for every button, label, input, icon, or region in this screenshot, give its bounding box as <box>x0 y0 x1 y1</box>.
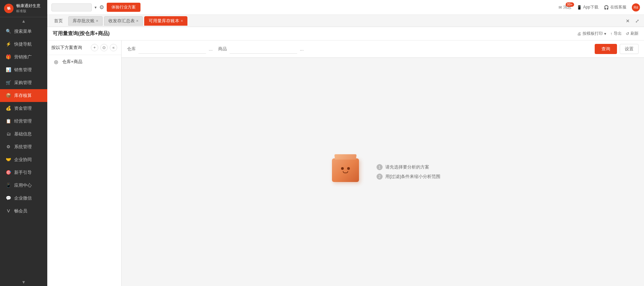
sidebar-item-企业微信[interactable]: 💬企业微信 <box>0 192 47 205</box>
sidebar-label-新手引导: 新手引导 <box>14 170 32 176</box>
sidebar: 畅 畅康通好生意 标准版 ▲ 🔍搜索菜单⚡快捷导航🎁营销推广📊销售管理🛒采购管理… <box>0 0 47 286</box>
phone-icon: 📱 <box>577 5 582 10</box>
sidebar-item-资金管理[interactable]: 💰资金管理 <box>0 102 47 115</box>
message-icon: ✉ <box>559 5 562 10</box>
sidebar-item-应用中心[interactable]: 📱应用中心 <box>0 179 47 192</box>
filter-header-icons: + ⊙ « <box>91 44 117 51</box>
warehouse-input[interactable] <box>138 44 206 54</box>
topbar-search-input[interactable] <box>51 3 92 11</box>
topbar-customer-service-btn[interactable]: 🎧 在线客服 <box>604 4 626 10</box>
sidebar-icon-经营管理: 📋 <box>5 118 11 124</box>
empty-illustration <box>325 152 366 192</box>
sidebar-icon-营销推广: 🎁 <box>5 54 11 60</box>
tab-close-window-btn[interactable]: ✕ <box>624 18 632 24</box>
filter-item-warehouse-product[interactable]: ◎ 仓库+商品 <box>47 55 121 69</box>
sidebar-label-畅会员: 畅会员 <box>14 208 27 214</box>
topbar-user[interactable]: Rit <box>632 3 640 11</box>
sidebar-brand: 畅康通好生意 标准版 <box>16 3 41 14</box>
empty-box-eyes <box>341 167 350 170</box>
sidebar-header: 畅 畅康通好生意 标准版 <box>0 0 47 17</box>
sidebar-icon-系统管理: ⚙ <box>5 144 11 150</box>
refresh-btn[interactable]: ↺ 刷新 <box>626 31 639 36</box>
topbar-message-btn[interactable]: ✉ 消息 99+ <box>559 4 571 10</box>
tabs-right-controls: ✕ ⤢ <box>624 18 641 24</box>
export-btn[interactable]: ↑ 导出 <box>610 31 622 36</box>
tab-maximize-btn[interactable]: ⤢ <box>633 18 641 24</box>
sidebar-icon-新手引导: 🎯 <box>5 170 11 176</box>
product-input[interactable] <box>230 44 297 54</box>
tab-home[interactable]: 首页 <box>50 16 67 26</box>
sidebar-scroll-up[interactable]: ▲ <box>0 17 47 25</box>
sidebar-item-采购管理[interactable]: 🛒采购管理 <box>0 76 47 89</box>
warehouse-field: 仓库 ... <box>127 44 213 54</box>
sidebar-item-搜索菜单[interactable]: 🔍搜索菜单 <box>0 25 47 38</box>
print-icon: 🖨 <box>577 31 581 36</box>
page-actions: 🖨 按模板打印 ▾ ↑ 导出 ↺ 刷新 <box>577 31 639 36</box>
product-field: 商品 ... <box>218 44 304 54</box>
search-button[interactable]: 查询 <box>595 44 617 54</box>
filter-header: 按以下方案查询 + ⊙ « <box>47 41 121 55</box>
user-avatar: Rit <box>632 3 640 11</box>
content-area: 按以下方案查询 + ⊙ « ◎ 仓库+商品 仓库 ... <box>47 41 644 286</box>
sidebar-item-系统管理[interactable]: ⚙系统管理 <box>0 140 47 153</box>
sidebar-icon-快捷导航: ⚡ <box>5 41 11 47</box>
sidebar-scroll-down[interactable]: ▼ <box>0 278 47 286</box>
sidebar-item-营销推广[interactable]: 🎁营销推广 <box>0 51 47 63</box>
print-dropdown-icon: ▾ <box>604 31 606 36</box>
topbar-app-download-btn[interactable]: 📱 App下载 <box>577 4 598 10</box>
filter-collapse-btn[interactable]: « <box>110 44 117 51</box>
hint-num-1: 1 <box>377 164 383 170</box>
sidebar-icon-资金管理: 💰 <box>5 105 11 111</box>
tab-close-receive-summary[interactable]: × <box>136 19 138 23</box>
empty-hint-text-1: 请先选择要分析的方案 <box>385 164 429 170</box>
print-template-btn[interactable]: 🖨 按模板打印 ▾ <box>577 31 606 36</box>
sidebar-label-采购管理: 采购管理 <box>14 80 32 86</box>
sidebar-item-销售管理[interactable]: 📊销售管理 <box>0 63 47 76</box>
warehouse-more-btn[interactable]: ... <box>209 46 213 52</box>
sidebar-item-基础信息[interactable]: 🗂基础信息 <box>0 128 47 140</box>
headset-icon: 🎧 <box>604 5 609 10</box>
filter-header-label: 按以下方案查询 <box>51 45 82 51</box>
sidebar-label-应用中心: 应用中心 <box>14 182 32 188</box>
filter-settings-btn[interactable]: ⊙ <box>100 44 108 51</box>
sidebar-label-企业微信: 企业微信 <box>14 195 32 201</box>
sidebar-logo: 畅 <box>4 4 14 13</box>
sidebar-item-畅会员[interactable]: V畅会员 <box>0 205 47 217</box>
tab-receive-summary[interactable]: 收发存汇总表 × <box>104 16 143 26</box>
page-title: 可用量查询(按仓库+商品) <box>53 30 110 37</box>
sidebar-item-经营管理[interactable]: 📋经营管理 <box>0 115 47 128</box>
empty-state: 1 请先选择要分析的方案 2 用[过滤]条件来缩小分析范围 <box>122 58 644 286</box>
topbar-industry-button[interactable]: 体验行业方案 <box>107 3 140 12</box>
sidebar-icon-企业微信: 💬 <box>5 195 11 201</box>
topbar-gear-icon[interactable]: ⚙ <box>99 4 104 10</box>
tabs-bar: 首页 库存批次账 × 收发存汇总表 × 可用量库存账本 × ✕ ⤢ <box>47 15 644 27</box>
filter-panel: 按以下方案查询 + ⊙ « ◎ 仓库+商品 <box>47 41 122 286</box>
sidebar-label-搜索菜单: 搜索菜单 <box>14 28 32 34</box>
sidebar-icon-库存核算: 📦 <box>5 93 11 99</box>
topbar-dropdown-icon[interactable]: ▾ <box>95 5 97 10</box>
page-header: 可用量查询(按仓库+商品) 🖨 按模板打印 ▾ ↑ 导出 ↺ 刷新 <box>47 27 644 41</box>
settings-button[interactable]: 设置 <box>620 44 639 54</box>
tab-close-available-quantity[interactable]: × <box>181 19 183 23</box>
filter-add-btn[interactable]: + <box>91 44 98 51</box>
topbar: ▾ ⚙ 体验行业方案 ✉ 消息 99+ 📱 App下载 🎧 在线客服 Rit <box>47 0 644 15</box>
sidebar-label-企业协同: 企业协同 <box>14 157 32 163</box>
sidebar-icon-采购管理: 🛒 <box>5 80 11 86</box>
hint-num-2: 2 <box>377 174 383 180</box>
sidebar-item-企业协同[interactable]: 🤝企业协同 <box>0 153 47 166</box>
sidebar-item-快捷导航[interactable]: ⚡快捷导航 <box>0 38 47 51</box>
product-more-btn[interactable]: ... <box>300 46 304 52</box>
query-bar: 仓库 ... 商品 ... 查询 设置 <box>122 41 644 58</box>
warehouse-label: 仓库 <box>127 46 136 52</box>
sidebar-item-新手引导[interactable]: 🎯新手引导 <box>0 166 47 179</box>
empty-hint-text-2: 用[过滤]条件来缩小分析范围 <box>385 174 440 180</box>
sidebar-label-快捷导航: 快捷导航 <box>14 41 32 47</box>
sidebar-item-库存核算[interactable]: 📦库存核算 <box>0 89 47 102</box>
query-actions: 查询 设置 <box>595 44 639 54</box>
tab-close-inventory-batch[interactable]: × <box>96 19 98 23</box>
tab-inventory-batch[interactable]: 库存批次账 × <box>68 16 103 26</box>
product-label: 商品 <box>218 46 227 52</box>
tab-available-quantity[interactable]: 可用量库存账本 × <box>144 16 187 26</box>
sidebar-icon-畅会员: V <box>5 208 11 214</box>
filter-item-icon: ◎ <box>53 58 59 65</box>
